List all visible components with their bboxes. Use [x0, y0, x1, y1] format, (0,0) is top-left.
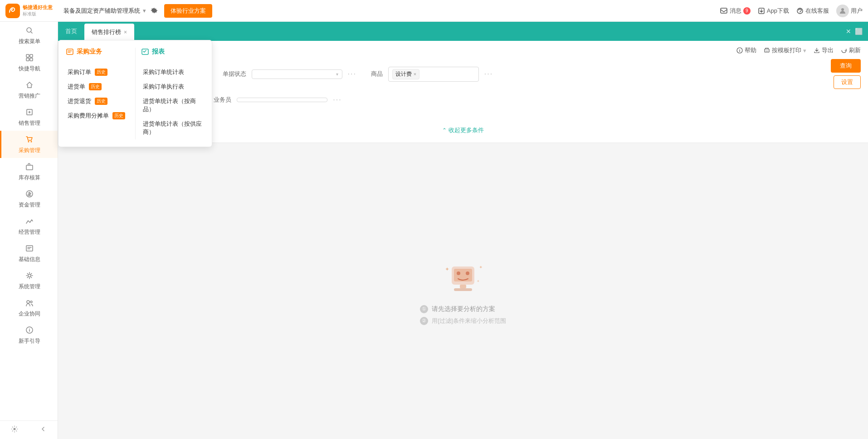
- refresh-label: 刷新: [849, 46, 861, 54]
- messages-label: 消息: [730, 7, 741, 15]
- dropdown-item-purchase-exec[interactable]: 采购订单执行表: [141, 79, 205, 94]
- dropdown-item-incoming-supplier-stat[interactable]: 进货单统计表（按供应商）: [141, 117, 205, 139]
- logo-area: 畅捷通好生意 标准版: [5, 4, 60, 18]
- sidebar-item-collab[interactable]: 企业协同: [0, 294, 58, 321]
- sidebar-label-guide: 新手引导: [19, 337, 40, 345]
- dropdown-item-purchase-stat[interactable]: 采购订单统计表: [141, 65, 205, 79]
- expense-history: 历史: [112, 112, 125, 119]
- svg-text:✦: ✦: [445, 266, 449, 272]
- sidebar-item-inventory[interactable]: 库存核算: [0, 158, 58, 185]
- dropdown-item-return[interactable]: 进货退货 历史: [66, 94, 130, 109]
- empty-line-1: ① 请先选择要分析的方案: [420, 305, 506, 313]
- svg-rect-25: [766, 50, 768, 52]
- dropdown-item-incoming-goods-stat[interactable]: 进货单统计表（按商品）: [141, 94, 205, 117]
- status-filter-label: 单据状态: [223, 70, 246, 78]
- dropdown-item-incoming[interactable]: 进货单 历史: [66, 79, 130, 94]
- dropdown-report-title: 报表: [141, 48, 205, 59]
- tab-sales-ranking-label: 销售排行榜: [92, 28, 121, 36]
- sidebar-item-nav[interactable]: 快捷导航: [0, 49, 58, 76]
- sidebar-label-marketing: 营销推广: [19, 92, 40, 100]
- status-dots[interactable]: ···: [348, 70, 356, 78]
- system-icon: [25, 271, 34, 281]
- sidebar-item-system[interactable]: 系统管理: [0, 267, 58, 294]
- sidebar-item-search[interactable]: 搜索菜单: [0, 22, 58, 49]
- app-container: 畅捷通好生意 标准版 装备及固定资产辅助管理系统 ▾ 体验行业方案 消息 9: [0, 0, 868, 439]
- industry-btn[interactable]: 体验行业方案: [164, 4, 212, 18]
- help-btn[interactable]: 帮助: [736, 46, 756, 54]
- incoming-history: 历史: [89, 83, 102, 90]
- tab-maximize-icon[interactable]: ⬜: [855, 28, 863, 35]
- print-btn[interactable]: 按模板打印 ▾: [764, 46, 806, 54]
- svg-point-16: [28, 274, 31, 277]
- empty-text-1: 请先选择要分析的方案: [432, 305, 495, 313]
- svg-point-17: [27, 301, 29, 303]
- sidebar-item-purchase[interactable]: 采购管理: [0, 131, 58, 158]
- sidebar-item-operation[interactable]: 经营管理: [0, 212, 58, 240]
- online-service-label: 在线客服: [805, 7, 829, 15]
- sidebar-item-guide[interactable]: 新手引导: [0, 321, 58, 349]
- guide-icon: [25, 326, 34, 336]
- search-icon: [25, 26, 34, 36]
- sales-icon: [25, 108, 34, 118]
- query-btn[interactable]: 查询: [831, 59, 861, 73]
- sidebar-label-basic: 基础信息: [19, 256, 40, 263]
- salesperson-dots[interactable]: ···: [333, 96, 341, 104]
- empty-illustration: ✦ ✦ ✦: [438, 257, 488, 300]
- settings-btn[interactable]: [148, 5, 161, 17]
- dropdown-divider: [135, 48, 136, 139]
- tab-sales-ranking[interactable]: 销售排行榜 ×: [84, 24, 134, 41]
- status-filter-input[interactable]: ▾: [252, 69, 342, 79]
- svg-rect-31: [454, 288, 472, 291]
- goods-tag-close[interactable]: ×: [414, 71, 416, 77]
- sidebar-label-nav: 快捷导航: [19, 65, 40, 73]
- sidebar-settings-btn[interactable]: [11, 425, 18, 434]
- inventory-icon: [25, 163, 34, 173]
- sidebar-label-search: 搜索菜单: [19, 38, 40, 45]
- user-avatar: [836, 5, 849, 17]
- tab-home-label: 首页: [65, 27, 77, 35]
- sidebar-item-basic[interactable]: 基础信息: [0, 240, 58, 267]
- dropdown-item-purchase-order[interactable]: 采购订单 历史: [66, 65, 130, 79]
- sidebar-item-sales[interactable]: 销售管理: [0, 104, 58, 131]
- operation-icon: [25, 217, 34, 227]
- messages-badge: 9: [743, 7, 751, 15]
- purchase-section-title: 采购业务: [77, 48, 102, 56]
- tab-home[interactable]: 首页: [58, 22, 84, 41]
- svg-point-18: [30, 301, 32, 303]
- svg-rect-27: [454, 269, 472, 281]
- online-service-btn[interactable]: 在线客服: [796, 7, 829, 15]
- goods-filter-input[interactable]: 设计费 ×: [388, 67, 479, 82]
- collapse-label: 收起更多条件: [449, 126, 484, 134]
- export-btn[interactable]: 导出: [814, 46, 834, 54]
- return-history: 历史: [95, 98, 107, 105]
- svg-point-20: [29, 328, 30, 329]
- messages-btn[interactable]: 消息 9: [720, 7, 751, 15]
- sidebar-label-sales: 销售管理: [19, 119, 40, 127]
- nav-icon: [25, 54, 34, 64]
- user-area[interactable]: 用户: [836, 5, 863, 17]
- tab-close-window-icon[interactable]: ✕: [846, 28, 851, 35]
- svg-rect-0: [721, 8, 727, 13]
- sidebar-item-marketing[interactable]: 营销推广: [0, 76, 58, 104]
- basic-icon: [25, 244, 34, 254]
- logo-line2: 标准版: [23, 11, 53, 17]
- svg-rect-9: [30, 58, 33, 61]
- tab-close-icon[interactable]: ×: [124, 29, 127, 35]
- svg-point-12: [31, 141, 32, 143]
- dropdown-item-expense[interactable]: 采购费用分摊单 历史: [66, 109, 130, 123]
- salesperson-filter-input[interactable]: [237, 98, 327, 102]
- app-download-btn[interactable]: App下载: [758, 7, 789, 15]
- tab-right-icons: ✕ ⬜: [846, 28, 868, 35]
- system-title-chevron[interactable]: ▾: [143, 7, 146, 14]
- sidebar: 搜索菜单 快捷导航 营销推广 销售管理: [0, 22, 58, 439]
- svg-rect-7: [30, 54, 33, 57]
- return-label: 进货退货: [68, 97, 91, 105]
- sidebar-item-finance[interactable]: 资金管理: [0, 185, 58, 212]
- goods-dots[interactable]: ···: [484, 70, 493, 78]
- sidebar-label-finance: 资金管理: [19, 201, 40, 209]
- refresh-btn[interactable]: 刷新: [841, 46, 861, 54]
- settings-btn[interactable]: 设置: [834, 75, 861, 89]
- sidebar-collapse-btn[interactable]: [39, 425, 47, 434]
- purchase-stat-label: 采购订单统计表: [143, 68, 184, 76]
- svg-point-29: [466, 271, 469, 275]
